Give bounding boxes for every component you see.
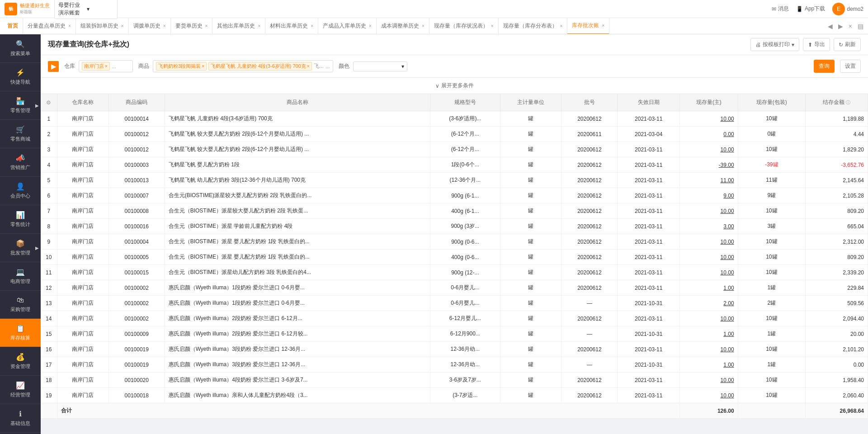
table-row: 16 南岸门店 00100019 惠氏启颜（Wyeth illuma）3段奶粉 … — [41, 342, 868, 357]
th-spec: 规格型号 — [430, 94, 500, 111]
tab-1[interactable]: 分量盘点单历史 × — [23, 18, 76, 34]
data-table: ⚙ 仓库名称 商品编码 商品名称 规格型号 主计量单位 批号 失效日期 现存量(… — [41, 94, 868, 419]
cell-spec: 400g (6-1... — [430, 203, 500, 219]
warehouse-label: 仓库 — [64, 62, 75, 70]
close-icon[interactable]: × — [602, 23, 604, 28]
cell-amount: 2,094.40 — [806, 311, 868, 326]
close-icon[interactable]: × — [311, 24, 313, 28]
tab-10[interactable]: 现存量（库存分布表） × — [499, 18, 568, 34]
query-button[interactable]: 查询 — [814, 60, 835, 73]
refresh-button[interactable]: ↻ 刷新 — [834, 38, 861, 51]
info-icon[interactable]: ⓘ — [846, 100, 850, 105]
cell-qty-main: 10.00 — [680, 342, 738, 357]
footer-qty-pkg — [738, 403, 806, 419]
messages-button[interactable]: ✉ 消息 — [772, 5, 789, 13]
tab-3[interactable]: 调拨单历史 × — [129, 18, 171, 34]
print-button[interactable]: 🖨 按模板打印 ▾ — [750, 38, 799, 51]
nav-next-button[interactable]: ▶ — [836, 23, 845, 30]
page-header: 现存量查询(按仓库+批次) 🖨 按模板打印 ▾ ⬆ 导出 ↻ 刷新 — [41, 34, 868, 55]
remove-tag-icon[interactable]: × — [105, 64, 108, 69]
cell-amount: 2,101.20 — [806, 342, 868, 357]
nav-close-button[interactable]: × — [847, 23, 854, 30]
cell-amount: 1,189.88 — [806, 111, 868, 127]
expand-more-button[interactable]: ∨ 展开更多条件 — [430, 80, 479, 92]
settings-button[interactable]: 设置 — [840, 60, 861, 73]
sidebar-item-ecommerce[interactable]: 💻 电商管理 — [0, 262, 41, 291]
cell-batch: 20200612 — [561, 388, 618, 403]
sidebar-item-search[interactable]: 🔍 搜索菜单 — [0, 34, 41, 63]
sidebar-item-retail-mgmt[interactable]: 🏪 零售管理 ▶ — [0, 91, 41, 120]
footer-amount: 26,968.64 — [806, 403, 868, 419]
cell-expire: 2021-03-11 — [618, 157, 680, 173]
sidebar-item-retail-stats[interactable]: 📊 零售统计 — [0, 205, 41, 234]
nav-menu-button[interactable]: ▤ — [856, 23, 865, 30]
tab-6[interactable]: 材料出库单历史 × — [265, 18, 318, 34]
cell-spec: (3-6岁适用)... — [430, 111, 500, 127]
tab-11[interactable]: 库存批次账 × — [567, 18, 609, 34]
warehouse-tag-container[interactable]: 南岸门店 × ... — [79, 60, 133, 72]
expand-filter-button[interactable]: ▶ — [48, 61, 59, 72]
sidebar-item-basic-info[interactable]: ℹ 基础信息 — [0, 404, 41, 433]
cell-qty-pkg: 10罐 — [738, 142, 806, 157]
sidebar-item-finance[interactable]: 💰 资金管理 — [0, 347, 41, 376]
tab-5[interactable]: 其他出库单历史 × — [212, 18, 265, 34]
close-icon[interactable]: × — [491, 24, 494, 28]
close-icon[interactable]: × — [68, 24, 71, 28]
settings-icon[interactable]: ⚙ — [46, 99, 51, 106]
cell-warehouse: 南岸门店 — [57, 373, 108, 388]
close-icon[interactable]: × — [422, 24, 425, 28]
cell-batch: — — [561, 357, 618, 373]
tab-2[interactable]: 组装拆卸单历史 × — [76, 18, 129, 34]
remove-tag-icon[interactable]: × — [307, 64, 310, 69]
filter-more-icon[interactable]: 飞... — [314, 62, 324, 70]
product-tag-container[interactable]: 飞鹤奶粉3段闻揭装 × 飞鹤星飞帆 儿童奶粉 4段(3-6岁适用) 700克 ×… — [153, 60, 333, 72]
close-icon[interactable]: × — [121, 24, 124, 28]
cell-qty-main: 1.00 — [680, 280, 738, 296]
tab-9[interactable]: 现存量（库存状况表） × — [429, 18, 499, 34]
user-profile[interactable]: E demo2 — [832, 3, 863, 15]
chevron-down-icon: ▾ — [401, 63, 404, 70]
close-icon[interactable]: × — [258, 24, 260, 28]
cell-code: 00100016 — [108, 219, 165, 234]
cell-batch: 20200612 — [561, 234, 618, 250]
close-icon[interactable]: × — [560, 24, 563, 28]
account-selector[interactable]: 母婴行业演示账套 ▾ — [54, 0, 118, 19]
export-button[interactable]: ⬆ 导出 — [803, 38, 830, 51]
cell-batch: 20200612 — [561, 373, 618, 388]
filter-more-icon[interactable]: ... — [112, 63, 116, 70]
cell-qty-main: 10.00 — [680, 250, 738, 265]
tab-7[interactable]: 产成品入库单历史 × — [318, 18, 377, 34]
sidebar-item-purchase[interactable]: 🛍 采购管理 — [0, 291, 41, 319]
cell-amount: 509.56 — [806, 296, 868, 311]
th-qty-main: 现存量(主) — [680, 94, 738, 111]
sidebar-item-quick-nav[interactable]: ⚡ 快捷导航 — [0, 63, 41, 91]
tab-4[interactable]: 要货单历史 × — [171, 18, 213, 34]
close-icon[interactable]: × — [369, 24, 372, 28]
tab-8[interactable]: 成本调整单历史 × — [377, 18, 429, 34]
sidebar-item-marketing[interactable]: 📣 营销推广 — [0, 148, 41, 177]
cell-code: 00100005 — [108, 250, 165, 265]
tab-home[interactable]: 首页 — [3, 18, 23, 34]
product-filter-more[interactable]: ... — [326, 63, 330, 70]
cell-qty-main: 2.00 — [680, 296, 738, 311]
sidebar-item-members[interactable]: 👤 会员中心 — [0, 177, 41, 205]
cell-name: 惠氏启颜（Wyeth illuma）1段奶粉 爱尔兰进口 0-6月婴... — [165, 296, 430, 311]
cell-warehouse: 南岸门店 — [57, 219, 108, 234]
sidebar-item-retail-mall[interactable]: 🛒 零售商城 — [0, 120, 41, 148]
cell-spec: 6-12月婴儿... — [430, 311, 500, 326]
cell-warehouse: 南岸门店 — [57, 388, 108, 403]
cell-expire: 2021-03-04 — [618, 127, 680, 142]
color-tag-container[interactable]: ▾ — [353, 61, 407, 71]
close-icon[interactable]: × — [163, 24, 166, 28]
app-download-button[interactable]: 📱 App下载 — [796, 5, 825, 13]
cell-warehouse: 南岸门店 — [57, 342, 108, 357]
remove-tag-icon[interactable]: × — [202, 64, 204, 69]
sidebar-item-wholesale[interactable]: 📦 批发管理 ▶ — [0, 234, 41, 262]
sidebar-item-label: 零售管理 — [10, 107, 30, 114]
nav-prev-button[interactable]: ◀ — [826, 23, 835, 30]
close-icon[interactable]: × — [205, 24, 208, 28]
cell-qty-pkg: 3罐 — [738, 219, 806, 234]
sidebar-item-operations[interactable]: 📈 经营管理 — [0, 376, 41, 404]
cell-spec: 0-6月婴儿... — [430, 296, 500, 311]
sidebar-item-inventory[interactable]: 📋 库存核算 — [0, 319, 41, 347]
